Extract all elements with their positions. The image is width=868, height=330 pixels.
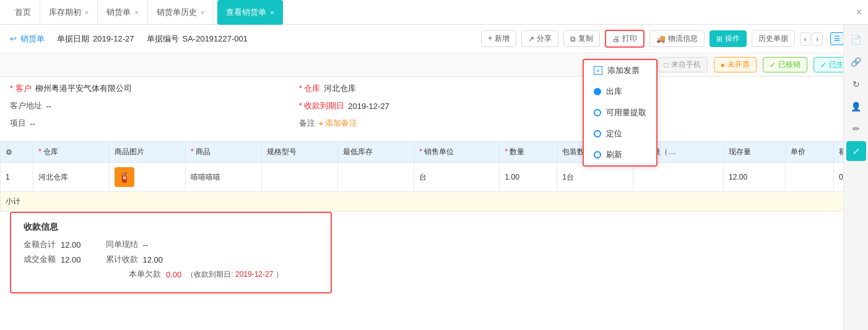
same-order-label: 同单现结 — [106, 239, 138, 250]
payment-section: 收款信息 金额合计 12.00 同单现结 -- 成交金额 12.00 累计收款 — [10, 212, 332, 293]
from-phone-btn[interactable]: □ 来自手机 — [658, 57, 708, 72]
edit-sidebar-icon[interactable]: ✏ — [846, 119, 866, 139]
total-amount-item: 金额合计 12.00 — [24, 239, 81, 250]
add-remark-button[interactable]: 添加备注 — [319, 118, 358, 129]
payment-title: 收款信息 — [24, 222, 318, 233]
tab-home[interactable]: 首页 — [6, 0, 40, 25]
status-bar: □ 来自手机 ● 未开票 ✓ 已核销 ✓ 已生效 — [0, 53, 868, 77]
close-tab-inventory[interactable]: × — [85, 9, 89, 16]
row-no: 1 — [1, 163, 33, 192]
row-unit-price — [786, 163, 834, 192]
link-sidebar-icon[interactable]: 🔗 — [846, 52, 866, 72]
row-product-img: 🧯 — [110, 163, 186, 192]
col-quantity: 数量 — [500, 142, 557, 163]
add-invoice-item[interactable]: + 添加发票 — [584, 60, 656, 81]
circle-icon: ● — [721, 61, 725, 69]
copy-button[interactable]: ⧉ 复制 — [563, 30, 600, 47]
tab-sales-order[interactable]: 销货单 × — [98, 0, 147, 25]
share-button[interactable]: ↗ 分享 — [521, 30, 558, 47]
project-label: 项目 — [10, 118, 26, 129]
prev-button[interactable]: ‹ — [800, 32, 811, 46]
copy-icon: ⧉ — [570, 35, 576, 43]
expand-sidebar-icon[interactable]: ⤢ — [846, 141, 866, 161]
due-date-value: 2019-12-27 — [348, 102, 389, 111]
right-sidebar: 📄 🔗 ↻ 👤 ✏ ⤢ — [843, 25, 868, 330]
check2-icon: ✓ — [820, 61, 827, 69]
customer-value: 柳州粤港平安气体有限公司 — [35, 83, 132, 94]
operate-button[interactable]: ⊞ 操作 — [710, 30, 747, 47]
col-settings[interactable]: ⚙ — [1, 142, 33, 163]
col-warehouse: 仓库 — [33, 142, 110, 163]
close-tab-sales[interactable]: × — [134, 9, 138, 16]
add-invoice-icon: + — [594, 66, 602, 75]
warehouse-value: 河北仓库 — [324, 83, 356, 94]
col-min-stock: 最低库存 — [338, 142, 414, 163]
owed-date: 2019-12-27 — [235, 270, 273, 279]
phone-icon: □ — [664, 61, 669, 69]
row-product: 嘻嘻嘻嘻 — [186, 163, 262, 192]
refresh-icon — [594, 151, 601, 158]
customer-label: 客户 — [10, 83, 32, 94]
out-warehouse-item[interactable]: 出库 — [584, 81, 656, 102]
project-value: -- — [30, 119, 35, 128]
user-sidebar-icon[interactable]: 👤 — [846, 97, 866, 116]
doc-actions: + 新增 ↗ 分享 ⧉ 复制 🖨 打印 🚚 物流信息 — [481, 30, 858, 48]
product-image: 🧯 — [115, 167, 134, 187]
doc-date-meta: 单据日期 2019-12-27 — [57, 33, 134, 45]
customer-field: 客户 柳州粤港平安气体有限公司 — [10, 83, 280, 94]
row-available — [633, 163, 724, 192]
col-stock: 现存量 — [724, 142, 786, 163]
logistics-button[interactable]: 🚚 物流信息 — [649, 30, 705, 47]
not-open-btn[interactable]: ● 未开票 — [714, 57, 757, 72]
history-button[interactable]: 历史单据 — [752, 30, 795, 47]
row-quantity: 1.00 — [500, 163, 557, 192]
out-warehouse-icon — [594, 88, 601, 95]
total-amount-label: 金额合计 — [24, 239, 56, 250]
tab-sales-history[interactable]: 销货单历史 × — [148, 0, 214, 25]
owed-label: 本单欠款 — [129, 269, 161, 280]
doc-header: ↩ 销货单 单据日期 2019-12-27 单据编号 SA-20191227-0… — [0, 25, 868, 53]
due-date-label: 收款到期日 — [299, 100, 345, 111]
products-table-wrapper: ⚙ 仓库 商品图片 商品 规格型号 最低库存 销售单位 数量 包装数量 可用量（… — [0, 141, 868, 212]
refresh-sidebar-icon[interactable]: ↻ — [846, 74, 866, 94]
same-order-value: -- — [143, 240, 149, 250]
table-row: 1 河北仓库 🧯 嘻嘻嘻嘻 台 1.00 1台 12.00 — [1, 163, 868, 192]
close-tab-history[interactable]: × — [201, 9, 204, 16]
available-qty-icon — [594, 109, 601, 116]
close-tab-view-sales[interactable]: × — [270, 9, 274, 16]
doc-number-meta: 单据编号 SA-20191227-001 — [147, 33, 248, 45]
transaction-amount-item: 成交金额 12.00 — [24, 254, 81, 265]
next-button[interactable]: › — [812, 32, 823, 46]
address-label: 客户地址 — [10, 100, 42, 111]
cumulative-value: 12.00 — [143, 255, 163, 264]
share-icon: ↗ — [528, 35, 534, 43]
form-section: 客户 柳州粤港平安气体有限公司 仓库 河北仓库 业务员 演示账号 客户地址 -- — [0, 77, 868, 141]
locate-item[interactable]: 定位 — [584, 123, 656, 144]
row-sales-unit: 台 — [414, 163, 500, 192]
available-qty-item[interactable]: 可用量提取 — [584, 102, 656, 123]
tab-inventory-init[interactable]: 库存期初 × — [40, 0, 98, 25]
refresh-item[interactable]: 刷新 — [584, 144, 656, 165]
list-view-button[interactable]: ☰ — [830, 32, 844, 45]
doc-sidebar-icon[interactable]: 📄 — [846, 30, 866, 50]
same-order-item: 同单现结 -- — [106, 239, 149, 250]
col-product: 商品 — [186, 142, 262, 163]
doc-title: ↩ 销货单 — [10, 33, 45, 45]
remark-label: 备注 — [299, 118, 315, 129]
print-button[interactable]: 🖨 打印 — [605, 30, 644, 48]
form-row-2: 客户地址 -- 收款到期日 2019-12-27 票据类型 不开票 — [10, 100, 858, 111]
tab-view-sales[interactable]: 查看销货单 × — [217, 0, 283, 25]
total-amount-value: 12.00 — [61, 240, 81, 250]
remark-field: 备注 添加备注 — [299, 118, 570, 129]
subtotal-label: 小计 — [1, 192, 868, 212]
transaction-amount-value: 12.00 — [61, 255, 81, 264]
dropdown-menu: + 添加发票 出库 可用量提取 定位 刷新 — [583, 59, 658, 167]
row-stock: 12.00 — [724, 163, 786, 192]
close-window-button[interactable]: × — [856, 7, 862, 18]
warehouse-field: 仓库 河北仓库 — [299, 83, 570, 94]
project-field: 项目 -- — [10, 118, 280, 129]
subtotal-row: 小计 — [1, 192, 868, 212]
form-row-3: 项目 -- 备注 添加备注 业务员孟 -- — [10, 118, 858, 129]
new-button[interactable]: + 新增 — [481, 30, 516, 47]
checked-btn[interactable]: ✓ 已核销 — [763, 57, 807, 72]
